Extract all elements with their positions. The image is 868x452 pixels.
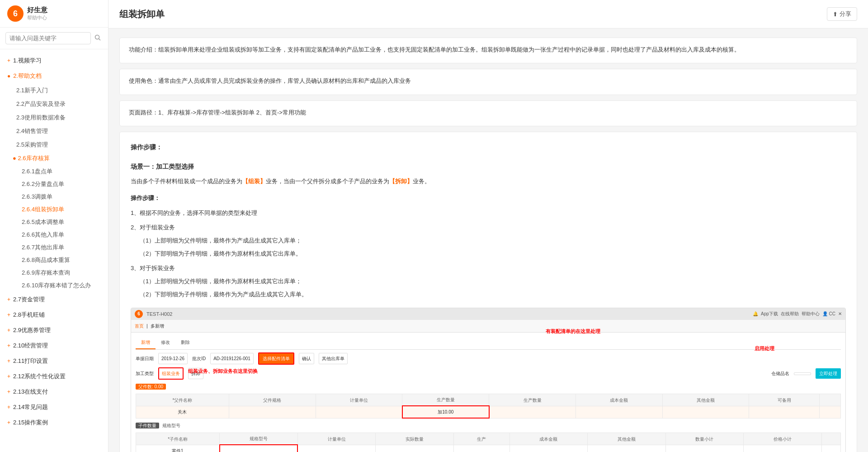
mock-nav-inventory[interactable]: 多新增	[151, 322, 164, 330]
expand-icon-2-8: +	[7, 312, 10, 318]
mock-type-value-dis[interactable]: 拆卸	[188, 368, 203, 379]
feature-intro-text: 功能介绍：组装拆卸单用来处理企业组装或拆卸等加工业务，支持有固定装配清单的产品加…	[129, 44, 848, 55]
nav-label-2-9: 2.9优惠券管理	[13, 326, 51, 334]
mock-tab-delete[interactable]: 删除	[175, 336, 195, 349]
nav-category-2-8[interactable]: + 2.8手机旺铺	[0, 307, 108, 323]
expand-icon-2-10: +	[7, 343, 10, 349]
nav-category-2-15[interactable]: + 2.15操作案例	[0, 415, 108, 430]
mock-date-value[interactable]: 2019-12-26	[158, 353, 188, 364]
nav-sub-2-6[interactable]: ● 2.6库存核算	[0, 152, 108, 165]
expand-icon-2-15: +	[7, 419, 10, 426]
mock-lower-cell-1-cost	[509, 445, 588, 452]
nav-category-2-9[interactable]: + 2.9优惠券管理	[0, 323, 108, 338]
logo-text-group: 好生意 帮助中心	[27, 6, 47, 21]
nav-sub-2-1[interactable]: 2.1新手入门	[0, 84, 108, 97]
step3-sub-list: （1）上部明细为父件明细，最终作为原材料生成其它出库单； （2）下部明细为子件明…	[131, 276, 846, 300]
mock-toolbar: 首页 | 多新增	[131, 320, 845, 333]
nav-label-2-10: 2.10经营管理	[13, 342, 48, 350]
step2-sub-list: （1）上部明细为父件明细，最终作为产成品生成其它入库单； （2）下部明细为子件明…	[131, 235, 846, 259]
mock-nav-home[interactable]: 首页	[135, 322, 144, 330]
mock-other-btn[interactable]: 其他出库单	[319, 353, 348, 364]
nav-sub-sub-2-6-9[interactable]: 2.6.9库存账本查询	[0, 266, 108, 279]
nav-sub-sub-2-6-4[interactable]: 2.6.4组装拆卸单	[0, 203, 108, 216]
nav-sub-sub-2-6-7[interactable]: 2.6.7其他出库单	[0, 241, 108, 254]
mock-upper-cell-prod[interactable]: 加10.00	[402, 406, 489, 418]
mock-nav-sep: |	[146, 322, 148, 330]
nav-category-2[interactable]: ● 2.帮助文档	[0, 68, 108, 84]
nav-sub-sub-2-6-6[interactable]: 2.6.6其他入库单	[0, 228, 108, 241]
nav-label-1: 1.视频学习	[13, 57, 42, 65]
search-button[interactable]	[93, 33, 103, 44]
scene1-title: 场景一：加工类型选择	[131, 161, 846, 173]
mock-config-btn[interactable]: 选择配件清单	[258, 352, 294, 365]
content-area: 功能介绍：组装拆卸单用来处理企业组装或拆卸等加工业务，支持有固定装配清单的产品加…	[108, 29, 868, 452]
mock-th-parent-spec: 父件规格	[229, 394, 316, 406]
mock-tabs: 新增 修改 删除	[136, 336, 841, 350]
scene1-desc: 当由多个子件材料组装成一个成品的业务为【组装】业务，当由一个父件拆分成多个子产品…	[131, 176, 846, 187]
mock-upper-table: *父件名称 父件规格 计量单位 生产数量 生产数量 成本金额 其他金额 可备用	[136, 394, 841, 419]
mock-upper-cell-cost	[576, 406, 662, 418]
mock-enable-btn[interactable]: 立即处理	[816, 368, 841, 379]
expand-icon-2-11: +	[7, 358, 10, 364]
mock-bill-value: AD-20191226-001	[210, 353, 254, 364]
nav-sub-2-3[interactable]: 2.3使用前数据准备	[0, 111, 108, 124]
expand-icon-2-13: +	[7, 389, 10, 395]
page-path-text: 页面路径：1、库存核算->库存管理->组装拆卸单 2、首页->常用功能	[129, 107, 848, 118]
mock-bill-label: 批次ID	[192, 354, 206, 363]
mock-close-icon[interactable]: ✕	[838, 309, 842, 318]
mock-lower-cell-1-other	[588, 445, 666, 452]
search-box[interactable]	[0, 28, 108, 49]
mock-icon-help2: 帮助中心	[802, 309, 820, 318]
mock-th-unit: 计量单位	[316, 394, 402, 406]
mock-lower-table: *子件名称 规格型号 计量单位 实际数量 生产 成本金额 其他金额 数量小计 价…	[136, 433, 841, 452]
step3-sub-1: （1）上部明细为父件明细，最终作为原材料生成其它出库单；	[140, 276, 846, 287]
nav-category-2-11[interactable]: + 2.11打印设置	[0, 353, 108, 369]
nav-sub-sub-2-6-1[interactable]: 2.6.1盘点单	[0, 165, 108, 178]
nav-category-2-10[interactable]: + 2.10经营管理	[0, 338, 108, 353]
logo-text: 好生意	[27, 6, 47, 14]
mock-confirm-btn[interactable]: 确认	[299, 353, 314, 364]
step3: 3、对于拆装业务	[131, 263, 846, 274]
share-label: 分享	[840, 10, 851, 18]
step2-sub-1: （1）上部明细为父件明细，最终作为产成品生成其它入库单；	[140, 235, 846, 247]
nav-sub-sub-2-6-2[interactable]: 2.6.2分量盘点单	[0, 178, 108, 190]
mock-lower-cell-1-spec[interactable]	[220, 445, 298, 452]
logo-icon: 6	[7, 5, 24, 22]
mock-tab-active[interactable]: 新增	[136, 336, 156, 349]
feature-intro-block: 功能介绍：组装拆卸单用来处理企业组装或拆卸等加工业务，支持有固定装配清单的产品加…	[119, 38, 857, 63]
mock-lth-unit: 计量单位	[297, 433, 376, 445]
share-button[interactable]: ⬆ 分享	[827, 7, 857, 21]
step2: 2、对于组装业务	[131, 222, 846, 233]
mock-lth-action	[821, 433, 840, 445]
sidebar: 6 好生意 帮助中心 + 1.视频学习 ● 2.帮助文档	[0, 0, 108, 452]
svg-point-0	[95, 35, 99, 39]
mock-upper-cell-spec	[229, 406, 316, 418]
nav-sub-2-5[interactable]: 2.5采购管理	[0, 138, 108, 152]
mock-tab-edit[interactable]: 修改	[156, 336, 175, 349]
nav-sub-sub-2-6-3[interactable]: 2.6.3调拨单	[0, 190, 108, 203]
search-input[interactable]	[5, 32, 91, 44]
highlight-chaiqing: 【拆卸】	[389, 178, 413, 185]
mock-warehouse-input[interactable]	[794, 372, 811, 375]
nav-item-videos: + 1.视频学习	[0, 53, 108, 68]
nav-category-2-7[interactable]: + 2.7资金管理	[0, 292, 108, 307]
mock-lth-cost: 成本金额	[509, 433, 588, 445]
mock-company: TEST-H002	[146, 309, 172, 319]
mock-type-label: 加工类型	[136, 369, 154, 378]
mock-upper-row-1: 关木 加10.00	[136, 406, 841, 418]
nav-list: + 1.视频学习 ● 2.帮助文档 2.1新手入门 2.2产品安装及登录 2.3…	[0, 49, 108, 452]
nav-category-1[interactable]: + 1.视频学习	[0, 53, 108, 68]
nav-sub-sub-2-6-8[interactable]: 2.6.8商品成本重算	[0, 254, 108, 266]
mock-lth-actual: 实际数量	[376, 433, 454, 445]
nav-category-2-13[interactable]: + 2.13在线支付	[0, 384, 108, 400]
user-role-block: 使用角色：通常由生产人员或库管人员完成拆装业务的操作，库管人员确认原材料的出库和…	[119, 69, 857, 95]
nav-sub-2-2[interactable]: 2.2产品安装及登录	[0, 97, 108, 111]
nav-sub-sub-2-6-5[interactable]: 2.6.5成本调整单	[0, 216, 108, 228]
nav-sub-sub-2-6-10[interactable]: 2.6.10库存账本错了怎么办	[0, 279, 108, 292]
nav-sub-2-4[interactable]: 2.4销售管理	[0, 124, 108, 138]
mock-lower-cell-1-actual	[376, 445, 454, 452]
svg-line-1	[99, 39, 101, 41]
mock-type-value-org[interactable]: 组装业务	[158, 367, 184, 380]
nav-category-2-12[interactable]: + 2.12系统个性化设置	[0, 369, 108, 384]
nav-category-2-14[interactable]: + 2.14常见问题	[0, 400, 108, 415]
